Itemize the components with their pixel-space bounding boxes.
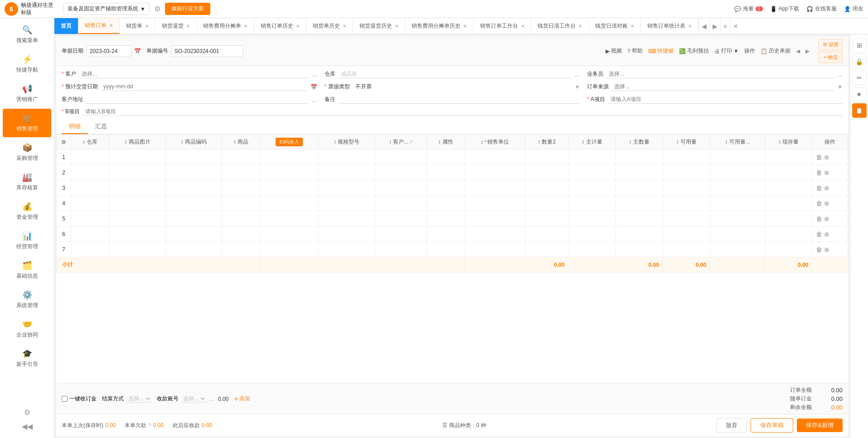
tab-sales-order-history[interactable]: 销售订单历史 ✕	[254, 18, 306, 34]
customer-address-input[interactable]	[86, 95, 309, 104]
tab-close-icon[interactable]: ✕	[244, 24, 247, 29]
nav-next-icon[interactable]: ▶	[805, 48, 810, 54]
th-customer-code[interactable]: ↕ 客户... ?	[375, 135, 427, 149]
nav-prev-icon[interactable]: ◀	[796, 48, 800, 54]
float-icon-star[interactable]: ★	[852, 87, 867, 101]
b-project-input[interactable]	[82, 107, 843, 116]
delete-row-icon[interactable]: 🗑	[816, 231, 822, 238]
system-selector[interactable]: 装备及固定资产辅助管理系统 ▼	[63, 3, 150, 15]
tab-close-icon[interactable]: ✕	[630, 24, 634, 29]
sidebar-item-operation[interactable]: 📊 经营管理	[3, 226, 51, 255]
sidebar-item-sales[interactable]: 🛒 销售管理	[3, 109, 51, 137]
tab-sales-stats[interactable]: 销售订单统计表 ✕	[641, 18, 698, 34]
app-download-btn[interactable]: 📱 App下载	[770, 5, 799, 13]
tab-refund-history[interactable]: 销货退货历史 ✕	[353, 18, 405, 34]
th-product-img[interactable]: ↕ 商品图片	[109, 135, 165, 149]
th-stock[interactable]: ↕ 现存量	[765, 135, 812, 149]
tab-workbench[interactable]: 销售订单工作台 ✕	[474, 18, 531, 34]
online-support-btn[interactable]: 🎧 在线客服	[806, 5, 837, 13]
sidebar-item-base[interactable]: 🗂️ 基础信息	[3, 256, 51, 284]
cell-attr[interactable]	[427, 149, 465, 165]
one-click-checkbox[interactable]	[62, 396, 68, 402]
th-spec[interactable]: ↕ 规格型号	[318, 135, 374, 149]
tab-close-icon[interactable]: ✕	[688, 24, 692, 29]
customer-more-icon[interactable]: ...	[312, 71, 317, 78]
tab-sales-single[interactable]: 销货单 ✕	[120, 18, 155, 34]
delete-row-icon[interactable]: 🗑	[816, 184, 822, 192]
th-available[interactable]: ↕ 可用量	[663, 135, 710, 149]
print-btn[interactable]: 🖨 打印 ▼	[714, 47, 739, 55]
save-draft-btn[interactable]: 保存草稿	[751, 418, 793, 433]
tab-close-icon[interactable]: ✕	[296, 24, 300, 29]
history-btn[interactable]: 📋 历史单据	[761, 47, 790, 55]
tab-prev-btn[interactable]: ◀	[698, 18, 709, 34]
a-project-input[interactable]	[608, 95, 843, 104]
address-more-icon[interactable]: ...	[312, 96, 317, 103]
receipt-more-icon[interactable]: ...	[209, 396, 213, 402]
sidebar-item-finance[interactable]: 💰 资金管理	[3, 197, 51, 226]
tab-sales-fee[interactable]: 销售费用分摊单 ✕	[197, 18, 254, 34]
calendar-icon[interactable]: 📅	[134, 48, 141, 54]
tab-sales-refund[interactable]: 销货退货 ✕	[155, 18, 197, 34]
discard-btn[interactable]: 放弃	[716, 418, 747, 433]
tab-close-icon[interactable]: ✕	[578, 24, 582, 29]
copy-row-icon[interactable]: ⊕	[824, 246, 829, 253]
copy-row-icon[interactable]: ⊕	[824, 184, 829, 192]
th-warehouse[interactable]: ↕ 仓库	[71, 135, 109, 149]
invoice-type-arrow-icon[interactable]: ▼	[574, 84, 580, 90]
tab-close-all-btn[interactable]: ✕	[730, 18, 741, 34]
tab-credit-reconcile[interactable]: 钱货日清对账 ✕	[589, 18, 641, 34]
copy-row-icon[interactable]: ⊕	[824, 169, 829, 176]
float-icon-lock[interactable]: 🔒	[852, 54, 867, 69]
sidebar-settings-icon[interactable]: ⚙	[22, 406, 32, 419]
receipt-account-select[interactable]: 选择...	[181, 395, 206, 403]
cell-sales-unit[interactable]	[465, 149, 525, 165]
th-scan[interactable]: 扫码录入	[260, 135, 319, 149]
delivery-cal-icon[interactable]: 📅	[310, 84, 317, 90]
shortcut-btn[interactable]: ⌨ 快捷键	[648, 47, 674, 55]
tab-close-icon[interactable]: ✕	[109, 23, 113, 28]
settlement-select[interactable]: 选择...	[126, 395, 151, 403]
cell-product-code[interactable]	[165, 149, 222, 165]
tab-menu-btn[interactable]: ≡	[720, 18, 730, 34]
cell-product[interactable]	[222, 149, 260, 165]
order-num-input[interactable]	[171, 45, 243, 57]
copy-row-icon[interactable]: ⊕	[824, 215, 829, 222]
cell-spec[interactable]	[318, 149, 374, 165]
float-icon-grid[interactable]: ⊞	[852, 38, 867, 53]
sidebar-item-quicknav[interactable]: ⚡ 快捷导航	[3, 50, 51, 78]
tab-close-icon[interactable]: ✕	[343, 24, 346, 29]
cell-qty2[interactable]	[525, 149, 568, 165]
tab-summary[interactable]: 汇总	[88, 120, 114, 134]
th-available2[interactable]: ↕ 可用量...	[710, 135, 765, 149]
delete-row-icon[interactable]: 🗑	[816, 154, 822, 161]
th-qty2[interactable]: ↕ 数量2	[525, 135, 568, 149]
cell-warehouse[interactable]	[71, 149, 109, 165]
cell-customer-code[interactable]	[375, 149, 427, 165]
th-main-unit[interactable]: ↕ 主计量	[568, 135, 616, 149]
video-btn[interactable]: ▶ 视频	[606, 47, 622, 55]
tab-close-icon[interactable]: ✕	[395, 24, 398, 29]
tab-detail[interactable]: 明细	[62, 120, 88, 134]
help-btn[interactable]: ? 帮助	[627, 47, 643, 55]
operation-btn[interactable]: 操作	[744, 47, 755, 55]
sidebar-item-inventory[interactable]: 🏭 库存核算	[3, 168, 51, 196]
th-sales-unit[interactable]: ↕ *销售单位	[465, 135, 525, 149]
delete-row-icon[interactable]: 🗑	[816, 215, 822, 222]
profit-btn[interactable]: 💹 毛利预估	[679, 47, 709, 55]
delete-row-icon[interactable]: 🗑	[816, 200, 822, 207]
messages-btn[interactable]: 💬 海量 5	[734, 5, 763, 13]
copy-row-icon[interactable]: ⊕	[824, 231, 829, 238]
tab-next-btn[interactable]: ▶	[709, 18, 720, 34]
float-icon-edit[interactable]: ✏	[852, 71, 867, 85]
debit-help-icon[interactable]: ?	[148, 423, 151, 428]
tab-sales-single-history[interactable]: 销货单历史 ✕	[306, 18, 353, 34]
float-icon-clipboard[interactable]: 📋	[852, 103, 867, 118]
th-settings[interactable]: ⚙	[57, 135, 71, 149]
warehouse-more-icon[interactable]: ...	[575, 71, 580, 78]
order-source-arrow-icon[interactable]: ▼	[837, 84, 843, 90]
add-btn[interactable]: + 添加	[234, 395, 250, 403]
sidebar-item-collab[interactable]: 🤝 企业协同	[3, 315, 51, 343]
sidebar-item-marketing[interactable]: 📢 营销推广	[3, 79, 51, 108]
date-input[interactable]	[86, 45, 131, 57]
